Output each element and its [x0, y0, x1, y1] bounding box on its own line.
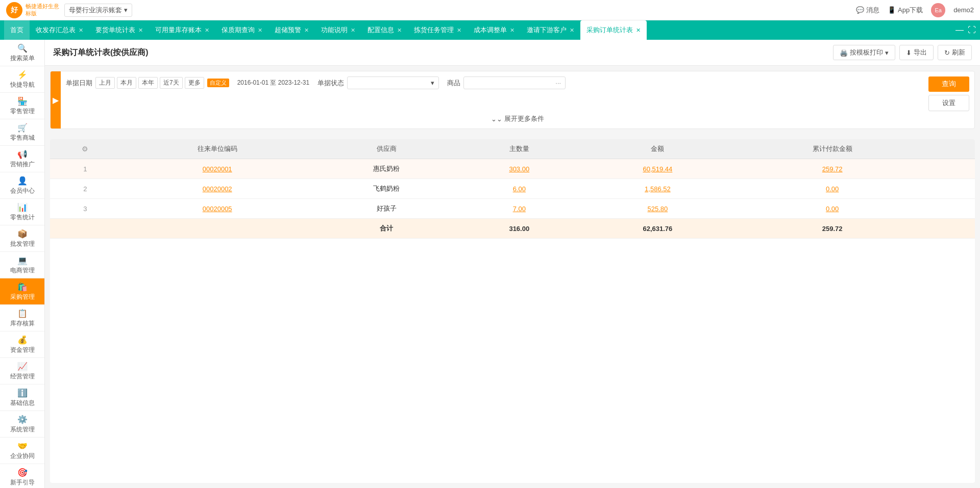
- row-code[interactable]: 00020005: [120, 199, 314, 219]
- tab-11-active[interactable]: 采购订单统计表 ✕: [580, 20, 647, 40]
- goods-filter-group: 商品 ···: [447, 76, 566, 89]
- row-code[interactable]: 00020001: [120, 159, 314, 179]
- row-supplier: 惠氏奶粉: [314, 159, 459, 179]
- row-qty[interactable]: 6.00: [459, 179, 580, 199]
- row-amount[interactable]: 525.80: [580, 199, 736, 219]
- close-icon[interactable]: ✕: [457, 27, 461, 34]
- workspace-selector[interactable]: 母婴行业演示账套 ▾: [64, 4, 132, 17]
- close-icon[interactable]: ✕: [570, 27, 574, 34]
- close-icon[interactable]: ✕: [79, 27, 83, 34]
- row-code[interactable]: 00020002: [120, 179, 314, 199]
- close-icon[interactable]: ✕: [636, 27, 641, 34]
- tab-6[interactable]: 功能说明 ✕: [315, 20, 361, 40]
- message-button[interactable]: 💬 消息: [856, 6, 879, 15]
- sidebar-item-retail-stats[interactable]: 📊 零售统计: [0, 199, 44, 225]
- shortcut-more[interactable]: 更多: [185, 77, 204, 89]
- settings-button[interactable]: 设置: [928, 95, 969, 111]
- expand-more-button[interactable]: ⌄⌄ 展开更多条件: [487, 114, 548, 123]
- table-footer-row: 合计 316.00 62,631.76 259.72: [50, 219, 975, 239]
- tab-3[interactable]: 可用量库存账本 ✕: [149, 20, 215, 40]
- shortcut-last-month[interactable]: 上月: [95, 77, 115, 89]
- sidebar-item-inventory[interactable]: 📋 库存核算: [0, 305, 44, 331]
- col-code: 往来单位编码: [120, 139, 314, 159]
- row-num: 3: [50, 199, 120, 219]
- close-icon[interactable]: ✕: [258, 27, 262, 34]
- sidebar-item-marketing[interactable]: 📢 营销推广: [0, 146, 44, 172]
- logo-area: 好 畅捷通好生意 标版: [6, 2, 59, 18]
- close-icon[interactable]: ✕: [351, 27, 355, 34]
- shortcut-7days[interactable]: 近7天: [160, 77, 183, 89]
- tab-5[interactable]: 超储预警 ✕: [268, 20, 315, 40]
- row-paid[interactable]: 259.72: [736, 159, 929, 179]
- close-icon[interactable]: ✕: [138, 27, 143, 34]
- close-icon[interactable]: ✕: [397, 27, 402, 34]
- top-bar: 好 畅捷通好生意 标版 母婴行业演示账套 ▾ 💬 消息 📱 App下载 Ea d…: [0, 0, 980, 20]
- tab-10[interactable]: 邀请下游客户 ✕: [521, 20, 580, 40]
- footer-label: 合计: [314, 219, 459, 239]
- goods-input[interactable]: ···: [463, 76, 566, 89]
- sidebar-item-system[interactable]: ⚙️ 系统管理: [0, 411, 44, 438]
- tab-9[interactable]: 成本调整单 ✕: [468, 20, 521, 40]
- query-button[interactable]: 查询: [928, 76, 969, 92]
- sidebar-item-purchase[interactable]: 🛍️ 采购管理: [0, 278, 44, 305]
- cart-icon: 🛒: [17, 123, 28, 133]
- row-paid[interactable]: 0.00: [736, 179, 929, 199]
- lightning-icon: ⚡: [17, 70, 28, 80]
- minimize-icon[interactable]: —: [955, 25, 964, 35]
- sidebar-item-operations[interactable]: 📈 经营管理: [0, 358, 44, 384]
- close-icon[interactable]: ✕: [510, 27, 514, 34]
- row-paid[interactable]: 0.00: [736, 199, 929, 219]
- print-button[interactable]: 🖨️ 按模板打印 ▾: [833, 45, 895, 60]
- col-settings[interactable]: ⚙: [50, 139, 120, 159]
- tab-8[interactable]: 拣货任务管理 ✕: [408, 20, 468, 40]
- maximize-icon[interactable]: ⛶: [968, 25, 976, 35]
- sidebar-item-retail-mall[interactable]: 🛒 零售商城: [0, 119, 44, 146]
- guide-icon: 🎯: [17, 468, 28, 477]
- top-bar-right: 💬 消息 📱 App下载 Ea demo2: [856, 3, 974, 17]
- filter-actions: 查询 设置: [928, 76, 969, 111]
- row-extra: [929, 179, 975, 199]
- sidebar-item-retail-mgmt[interactable]: 🏪 零售管理: [0, 93, 44, 119]
- info-icon: ℹ️: [17, 388, 28, 398]
- app-download-button[interactable]: 📱 App下载: [888, 6, 923, 15]
- sidebar-item-basic-info[interactable]: ℹ️ 基础信息: [0, 384, 44, 411]
- tab-2[interactable]: 要货单统计表 ✕: [89, 20, 149, 40]
- chevron-down-icon: ⌄⌄: [491, 115, 502, 123]
- page-header: 采购订单统计表(按供应商) 🖨️ 按模板打印 ▾ ⬇ 导出 ↻ 刷新: [45, 40, 980, 66]
- shopping-icon: 🛍️: [17, 282, 28, 292]
- table-row: 1 00020001 惠氏奶粉 303.00 60,519.44 259.72: [50, 159, 975, 179]
- tab-home[interactable]: 首页: [4, 20, 30, 40]
- sidebar-item-enterprise-collab[interactable]: 🤝 企业协同: [0, 438, 44, 464]
- sidebar-item-ecommerce[interactable]: 💻 电商管理: [0, 252, 44, 278]
- sidebar-item-search[interactable]: 🔍 搜索菜单: [0, 40, 44, 66]
- filter-toggle-button[interactable]: ▶: [51, 71, 61, 129]
- row-amount[interactable]: 1,586.52: [580, 179, 736, 199]
- row-qty[interactable]: 7.00: [459, 199, 580, 219]
- tab-1[interactable]: 收发存汇总表 ✕: [30, 20, 89, 40]
- footer-empty: [50, 219, 314, 239]
- export-button[interactable]: ⬇ 导出: [899, 45, 934, 60]
- avatar[interactable]: Ea: [931, 3, 945, 17]
- main-layout: 🔍 搜索菜单 ⚡ 快捷导航 🏪 零售管理 🛒 零售商城 📢 营销推广 👤 会员中…: [0, 40, 980, 488]
- refresh-button[interactable]: ↻ 刷新: [938, 45, 972, 60]
- export-icon: ⬇: [906, 49, 912, 57]
- sidebar-item-members[interactable]: 👤 会员中心: [0, 172, 44, 199]
- gear-icon: ⚙️: [17, 415, 28, 424]
- sidebar-item-newbie[interactable]: 🎯 新手引导: [0, 464, 44, 488]
- close-icon[interactable]: ✕: [205, 27, 209, 34]
- sidebar-item-quicknav[interactable]: ⚡ 快捷导航: [0, 66, 44, 93]
- sidebar-item-wholesale[interactable]: 📦 批发管理: [0, 225, 44, 252]
- close-icon[interactable]: ✕: [304, 27, 309, 34]
- row-qty[interactable]: 303.00: [459, 159, 580, 179]
- sidebar-item-finance[interactable]: 💰 资金管理: [0, 331, 44, 358]
- shortcut-this-month[interactable]: 本月: [117, 77, 136, 89]
- table-row: 3 00020005 好孩子 7.00 525.80 0.00: [50, 199, 975, 219]
- tab-7[interactable]: 配置信息 ✕: [361, 20, 408, 40]
- nav-right-controls: — ⛶: [955, 25, 976, 35]
- row-amount[interactable]: 60,519.44: [580, 159, 736, 179]
- status-select[interactable]: ▾: [347, 76, 439, 89]
- tab-4[interactable]: 保质期查询 ✕: [215, 20, 268, 40]
- shortcut-this-year[interactable]: 本年: [138, 77, 158, 89]
- chevron-down-icon: ▾: [431, 79, 434, 87]
- footer-amount: 62,631.76: [580, 219, 736, 239]
